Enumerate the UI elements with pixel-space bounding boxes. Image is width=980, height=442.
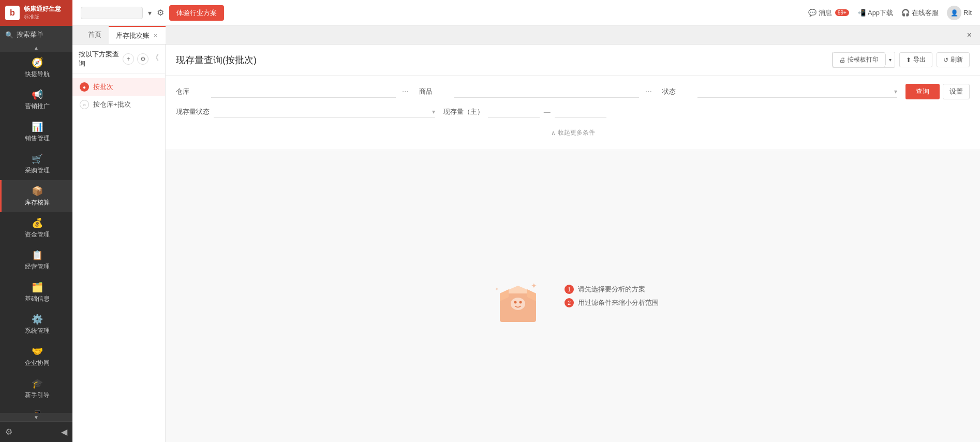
customer-service-btn[interactable]: 🎧 在线客服 — [901, 8, 939, 18]
marketing-label: 营销推广 — [25, 102, 50, 111]
add-scheme-btn[interactable]: + — [123, 53, 134, 65]
page-header-actions: 🖨 按模板打印 ▾ ⬆ 导出 ↺ 刷新 — [832, 52, 970, 68]
sidebar-item-sales[interactable]: 📊 销售管理 — [0, 116, 72, 148]
scheme-item-warehouse-batch[interactable]: ○ 按仓库+批次 — [72, 96, 165, 113]
product-input[interactable] — [454, 85, 639, 98]
warehouse-input[interactable] — [211, 85, 396, 98]
sidebar-nav: 🧭 快捷导航 📢 营销推广 📊 销售管理 🛒 采购管理 📦 库存核算 💰 资金管… — [0, 52, 72, 413]
tabs-panel-close-btn[interactable]: × — [967, 31, 972, 40]
hint-1-text: 请先选择要分析的方案 — [578, 285, 645, 294]
sidebar-item-operations[interactable]: 📋 经营管理 — [0, 244, 72, 276]
system-label: 系统管理 — [25, 327, 50, 335]
tab-batch[interactable]: 库存批次账 × — [109, 26, 166, 44]
finance-label: 资金管理 — [25, 230, 50, 239]
export-icon: ⬆ — [906, 56, 911, 64]
sidebar-item-appcenter[interactable]: 📱 应用中心 — [0, 405, 72, 413]
column-settings-btn[interactable]: 设置 — [943, 84, 970, 99]
marketing-icon: 📢 — [32, 89, 43, 100]
sidebar-item-inventory[interactable]: 📦 库存核算 — [0, 180, 72, 212]
sidebar: b 畅康通好生意 标准版 🔍 搜索菜单 ▲ 🧭 快捷导航 📢 营销推广 📊 销售… — [0, 0, 72, 442]
warehouse-more-btn[interactable]: ··· — [400, 87, 411, 96]
svg-point-5 — [514, 301, 517, 304]
empty-illustration: ✦ ✦ — [487, 265, 549, 327]
inventory-label: 库存核算 — [25, 198, 50, 207]
tabs-bar: 首页 库存批次账 × × — [72, 26, 980, 45]
collapse-more-btn[interactable]: ∧ 收起更多条件 — [176, 124, 970, 141]
svg-text:✦: ✦ — [531, 282, 537, 290]
operations-icon: 📋 — [32, 249, 43, 261]
filter-action-btns: 查询 设置 — [905, 84, 970, 99]
stock-status-select[interactable]: ▾ — [214, 106, 435, 118]
operations-label: 经营管理 — [25, 262, 50, 271]
sidebar-item-newbie[interactable]: 🎓 新手引导 — [0, 373, 72, 405]
tab-close-btn[interactable]: × — [153, 32, 158, 39]
tab-batch-label: 库存批次账 — [116, 31, 150, 40]
sidebar-item-collab[interactable]: 🤝 企业协同 — [0, 341, 72, 373]
scheme-warehouse-batch-label: 按仓库+批次 — [93, 100, 131, 109]
empty-hint-1: 1 请先选择要分析的方案 — [565, 285, 659, 294]
sidebar-item-purchase[interactable]: 🛒 采购管理 — [0, 148, 72, 180]
app-download-label: App下载 — [868, 8, 893, 18]
refresh-btn[interactable]: ↺ 刷新 — [937, 52, 970, 67]
topbar-settings-btn[interactable]: ⚙ — [157, 8, 164, 18]
scheme-item-batch[interactable]: ● 按批次 — [72, 78, 165, 96]
finance-icon: 💰 — [32, 217, 43, 229]
sidebar-scroll-down[interactable]: ▼ — [0, 413, 72, 421]
app-icon: 📲 — [857, 9, 866, 17]
experience-industry-btn[interactable]: 体验行业方案 — [169, 5, 224, 21]
stock-amount-min-input[interactable] — [488, 106, 540, 118]
left-panel: 按以下方案查询 + ⚙ 《 ● 按批次 ○ 按 — [72, 45, 166, 442]
inventory-icon: 📦 — [32, 185, 43, 197]
sidebar-scroll-up[interactable]: ▲ — [0, 43, 72, 52]
add-icon: + — [126, 55, 130, 63]
stock-status-filter-group: 现存量状态 ▾ — [176, 106, 435, 118]
scheme-settings-btn[interactable]: ⚙ — [137, 53, 149, 65]
tab-home[interactable]: 首页 — [81, 26, 109, 44]
sidebar-footer: ⚙ ◀ — [0, 421, 72, 442]
company-name: 畅康通好生意 — [24, 5, 61, 13]
print-label: 按模板打印 — [848, 55, 879, 64]
settings-icon: ⚙ — [140, 55, 146, 63]
sidebar-item-basic[interactable]: 🗂️ 基础信息 — [0, 276, 72, 308]
empty-state: ✦ ✦ 1 请先选择要分析的方案 2 用过滤条件来缩小分析范围 — [166, 150, 980, 442]
app-download-btn[interactable]: 📲 App下载 — [857, 8, 893, 18]
sidebar-item-quicknav[interactable]: 🧭 快捷导航 — [0, 52, 72, 84]
filter-row-1: 仓库 ··· 商品 ··· 状态 ▾ — [176, 84, 970, 99]
message-btn[interactable]: 💬 消息 99+ — [808, 8, 849, 18]
search-menu-item[interactable]: 🔍 搜索菜单 — [0, 26, 72, 43]
print-btn[interactable]: 🖨 按模板打印 — [833, 52, 885, 67]
scheme-inactive-icon: ○ — [80, 100, 89, 109]
sales-label: 销售管理 — [25, 134, 50, 143]
collapse-panel-btn[interactable]: 《 — [152, 53, 159, 65]
export-btn[interactable]: ⬆ 导出 — [899, 52, 932, 67]
print-dropdown-btn[interactable]: ▾ — [885, 54, 895, 65]
topbar-dropdown-btn[interactable]: ▾ — [148, 9, 152, 17]
empty-hint-2: 2 用过滤条件来缩小分析范围 — [565, 298, 659, 307]
basic-icon: 🗂️ — [32, 282, 43, 293]
sidebar-item-system[interactable]: ⚙️ 系统管理 — [0, 308, 72, 341]
product-more-btn[interactable]: ··· — [643, 87, 654, 96]
stock-amount-max-input[interactable] — [555, 106, 606, 118]
product-filter-label: 商品 — [419, 87, 450, 96]
newbie-label: 新手引导 — [25, 391, 50, 400]
status-dropdown-icon: ▾ — [894, 88, 897, 95]
stock-status-label: 现存量状态 — [176, 107, 210, 116]
user-avatar-btn[interactable]: 👤 Rit — [947, 6, 972, 20]
query-btn[interactable]: 查询 — [905, 84, 940, 99]
product-filter-group: 商品 ··· — [419, 85, 654, 98]
customer-service-label: 在线客服 — [912, 8, 939, 18]
print-icon: 🖨 — [839, 56, 845, 64]
sidebar-collapse-btn[interactable]: ◀ — [61, 427, 67, 437]
hint-2-text: 用过滤条件来缩小分析范围 — [578, 298, 659, 307]
status-select[interactable]: ▾ — [697, 86, 897, 98]
sidebar-settings-btn[interactable]: ⚙ — [5, 427, 12, 437]
stock-status-dropdown-icon: ▾ — [432, 108, 435, 115]
filter-row-2: 现存量状态 ▾ 现存量（主） — — [176, 106, 970, 118]
service-icon: 🎧 — [901, 9, 910, 17]
topbar: ▾ ⚙ 体验行业方案 💬 消息 99+ 📲 App下载 🎧 在线客服 👤 Rit — [72, 0, 980, 26]
collapse-more-icon: ∧ — [551, 129, 556, 137]
search-icon: 🔍 — [5, 31, 13, 39]
topbar-search-input[interactable] — [81, 7, 143, 19]
sidebar-item-finance[interactable]: 💰 资金管理 — [0, 212, 72, 244]
sidebar-item-marketing[interactable]: 📢 营销推广 — [0, 84, 72, 116]
